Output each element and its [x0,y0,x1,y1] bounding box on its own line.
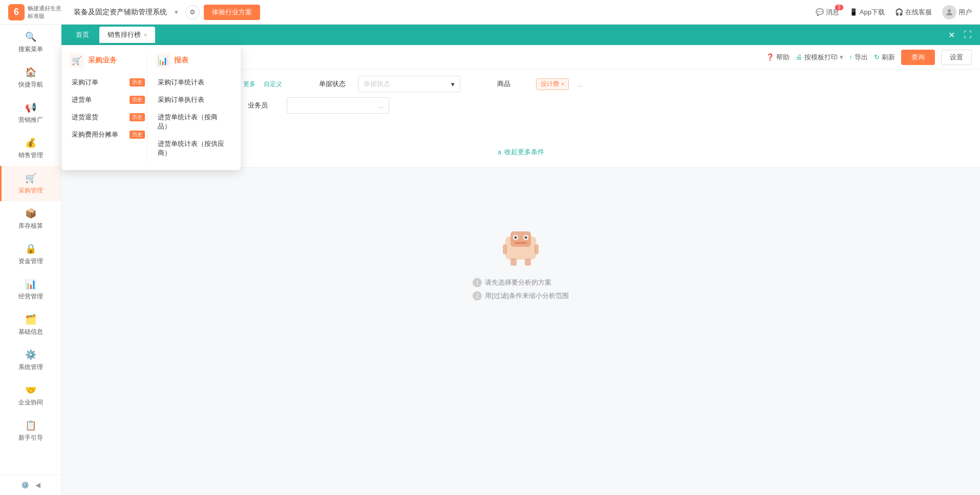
cooperation-icon: 🤝 [25,384,37,396]
help-btn[interactable]: ❓ 帮助 [766,53,790,62]
sidebar-item-system[interactable]: ⚙️ 系统管理 [0,342,61,378]
empty-state: 1 请先选择要分析的方案 2 用[过滤]条件来缩小分析范围 [61,167,980,352]
tab-close-icon[interactable]: × [144,32,147,38]
finance-icon: 🔒 [25,243,37,255]
sidebar-item-sales[interactable]: 💰 销售管理 [0,131,61,166]
notification-count: 9 [835,5,843,10]
settings-icon[interactable]: ⚙ [185,5,200,19]
collapse-up-icon: ∧ [497,148,502,156]
dropdown-purchase-col: 🛒 采购业务 采购订单 历史 进货单 历史 进货退货 历史 采购费用分摊单 历史 [70,53,147,162]
basic-info-icon: 🗂️ [25,313,37,326]
sidebar-bottom: ⚙️ ◀ [0,475,61,495]
salesperson-select[interactable]: ... [287,97,389,114]
print-btn[interactable]: 🖨 按模板打印 ▾ [796,53,843,62]
dropdown-item-po-exec[interactable]: 采购订单执行表 [156,91,233,109]
date-custom[interactable]: 自定义 [264,80,282,89]
collapse-btn[interactable]: ∧ 收起更多条件 [497,143,544,161]
dropdown-item-stock-stat-product[interactable]: 进货单统计表（按商品） [156,109,233,135]
history-badge-stock-return: 历史 [130,113,145,121]
logo: 6 畅捷通好生意 标准版 [8,4,70,20]
online-service-btn[interactable]: 🎧 在线客服 [895,8,932,17]
salesperson-label: 业务员 [248,101,279,110]
report-header-icon: 📊 [156,53,170,68]
topbar-right: 💬 消息 9 📱 App下载 🎧 在线客服 用户 [816,5,972,19]
sidebar-item-cooperation[interactable]: 🤝 企业协同 [0,378,61,413]
svg-rect-10 [510,259,517,266]
sales-icon: 💰 [25,137,37,149]
tab-home[interactable]: 首页 [68,27,97,43]
tab-window-close-icon[interactable]: ✕ [945,29,957,41]
refresh-btn[interactable]: ↻ 刷新 [874,53,895,62]
history-badge-stock-in: 历史 [130,96,145,104]
logo-text: 畅捷通好生意 标准版 [28,5,61,19]
active-indicator [0,166,2,201]
product-tag: 设计费 × [536,78,569,90]
svg-point-5 [515,236,517,239]
empty-tip-1: 1 请先选择要分析的方案 [473,278,568,287]
bottom-settings-icon[interactable]: ⚙️ [21,481,29,489]
dropdown-item-po-stat[interactable]: 采购订单统计表 [156,74,233,91]
sidebar-item-marketing[interactable]: 📢 营销推广 [0,95,61,131]
sidebar-item-search[interactable]: 🔍 搜索菜单 [0,25,61,60]
dropdown-columns: 🛒 采购业务 采购订单 历史 进货单 历史 进货退货 历史 采购费用分摊单 历史 [70,53,232,162]
topbar-center: 装备及固定资产辅助管理系统 ▾ ⚙ 体验行业方案 [74,5,816,20]
operations-icon: 📊 [25,278,37,290]
tab-fullscreen-icon[interactable]: ⛶ [962,29,974,41]
sidebar-item-purchase[interactable]: 🛒 采购管理 [0,166,61,201]
dropdown-item-purchase-expense[interactable]: 采购费用分摊单 历史 [70,126,147,143]
product-tag-close[interactable]: × [561,81,564,87]
date-more[interactable]: 更多 [243,80,255,89]
sidebar-item-guide[interactable]: 📋 新手引导 [0,413,61,448]
dropdown-report-header: 📊 报表 [156,53,233,68]
sidebar-item-quick-nav[interactable]: 🏠 快捷导航 [0,60,61,95]
doc-status-select[interactable]: 单据状态 ▾ [358,76,460,92]
sidebar-item-finance[interactable]: 🔒 资金管理 [0,236,61,272]
sidebar-collapse-icon[interactable]: ◀ [35,481,40,489]
avatar [942,5,956,19]
print-icon: 🖨 [796,53,802,61]
industry-btn[interactable]: 体验行业方案 [204,5,260,20]
doc-status-label: 单据状态 [319,79,350,89]
tab-sales-ranking[interactable]: 销售排行榜 × [99,27,155,43]
svg-point-0 [948,9,951,12]
refresh-icon: ↻ [874,53,880,61]
headset-icon: 🎧 [895,8,903,16]
purchase-header-icon: 🛒 [70,53,84,68]
notification-btn[interactable]: 💬 消息 9 [816,8,839,17]
dropdown-item-stock-stat-supplier[interactable]: 进货单统计表（按供应商） [156,135,233,162]
dropdown-item-purchase-order[interactable]: 采购订单 历史 [70,74,147,91]
guide-icon: 📋 [25,419,37,432]
sidebar: 🔍 搜索菜单 🏠 快捷导航 📢 营销推广 💰 销售管理 🛒 采购管理 📦 库存核… [0,25,61,495]
tip-num-2: 2 [473,291,482,300]
tip-num-1: 1 [473,278,482,287]
purchase-icon: 🛒 [25,172,37,184]
empty-illustration [495,219,546,270]
empty-tips: 1 请先选择要分析的方案 2 用[过滤]条件来缩小分析范围 [473,278,568,300]
salesperson-more[interactable]: ... [378,102,384,110]
tab-bar-right: ✕ ⛶ [945,29,974,41]
settings-button[interactable]: 设置 [941,50,972,65]
dropdown-item-stock-in[interactable]: 进货单 历史 [70,91,147,109]
sidebar-item-operations[interactable]: 📊 经营管理 [0,272,61,307]
app-download-btn[interactable]: 📱 App下载 [849,8,885,17]
query-button[interactable]: 查询 [901,50,935,65]
inventory-icon: 📦 [25,207,37,220]
marketing-icon: 📢 [25,101,37,114]
system-title-dropdown[interactable]: ▾ [171,7,181,17]
export-btn[interactable]: ↑ 导出 [849,53,868,62]
home-icon: 🏠 [25,66,37,78]
product-more[interactable]: ... [577,80,583,88]
user-menu[interactable]: 用户 [942,5,972,19]
search-icon: 🔍 [25,31,37,43]
doc-status-dropdown-icon: ▾ [451,80,455,88]
phone-icon: 📱 [849,8,858,16]
logo-icon: 6 [8,4,25,20]
system-icon: ⚙️ [25,349,37,361]
tab-bar: 首页 销售排行榜 × ✕ ⛶ [61,25,980,45]
sidebar-item-basic-info[interactable]: 🗂️ 基础信息 [0,307,61,342]
svg-point-6 [525,236,527,239]
dropdown-item-stock-return[interactable]: 进货退货 历史 [70,109,147,126]
sidebar-item-inventory[interactable]: 📦 库存核算 [0,201,61,236]
print-dropdown-icon[interactable]: ▾ [840,53,843,61]
system-title: 装备及固定资产辅助管理系统 [74,8,167,17]
